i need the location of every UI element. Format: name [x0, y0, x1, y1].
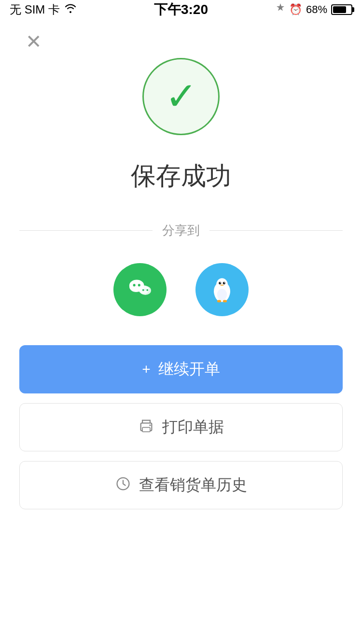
continue-button[interactable]: + 继续开单: [19, 345, 343, 393]
svg-point-22: [217, 300, 222, 302]
divider-right: [209, 230, 343, 231]
continue-label: 继续开单: [158, 359, 220, 380]
checkmark-icon: ✓: [165, 77, 197, 116]
share-divider: 分享到: [19, 222, 343, 239]
share-label: 分享到: [162, 222, 200, 239]
status-left: 无 SIM 卡: [10, 2, 77, 17]
battery-icon: [331, 4, 352, 15]
print-label: 打印单据: [162, 417, 224, 438]
plus-icon: +: [142, 361, 151, 378]
history-button[interactable]: 查看销货单历史: [19, 461, 343, 509]
alarm-icon: ⏰: [289, 3, 302, 16]
print-button[interactable]: 打印单据: [19, 403, 343, 451]
svg-point-16: [223, 282, 225, 284]
share-wechat-button[interactable]: [113, 263, 167, 316]
svg-point-9: [138, 284, 140, 286]
battery-percent: 68%: [306, 3, 327, 16]
close-icon: ✕: [26, 32, 42, 51]
svg-point-15: [219, 282, 221, 284]
no-sim-text: 无 SIM 卡: [10, 2, 60, 17]
divider-left: [19, 230, 153, 231]
history-label: 查看销货单历史: [139, 475, 247, 496]
success-circle: ✓: [142, 58, 220, 135]
svg-point-21: [217, 289, 227, 300]
svg-point-18: [224, 282, 225, 283]
status-bar: 无 SIM 卡 下午3:20 ⏰ 68%: [0, 0, 362, 19]
wechat-logo: [124, 273, 156, 306]
svg-point-23: [223, 300, 227, 302]
main-content: ✓ 保存成功 分享到: [0, 19, 362, 644]
share-qq-button[interactable]: [195, 263, 249, 316]
printer-icon: [138, 418, 154, 437]
clock-icon: [115, 476, 131, 495]
share-icons: [19, 263, 343, 316]
close-button[interactable]: ✕: [19, 27, 48, 56]
svg-point-11: [146, 289, 148, 291]
svg-point-26: [149, 424, 151, 426]
status-time: 下午3:20: [154, 0, 208, 19]
qq-icon: [206, 273, 238, 306]
location-icon: [276, 3, 285, 16]
success-title: 保存成功: [131, 159, 231, 193]
status-right: ⏰ 68%: [276, 3, 352, 16]
svg-point-10: [142, 289, 144, 291]
share-section: 分享到: [0, 222, 362, 316]
svg-point-8: [133, 284, 136, 286]
svg-rect-25: [142, 427, 150, 432]
wifi-icon: [64, 3, 77, 16]
svg-point-7: [139, 286, 151, 295]
action-buttons: + 继续开单 打印单据 查看销货单历史: [0, 345, 362, 509]
svg-point-17: [220, 282, 221, 283]
